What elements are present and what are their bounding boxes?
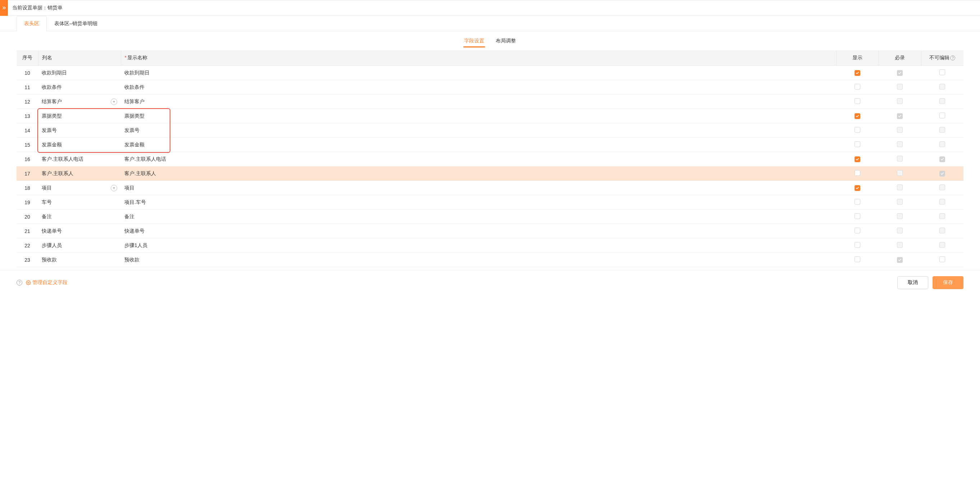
required-checkbox	[897, 242, 903, 248]
required-checkbox	[897, 127, 903, 133]
row-col-name: 结算客户+	[38, 95, 121, 109]
col-name-label: 车号	[42, 199, 52, 206]
sub-tab-0[interactable]: 字段设置	[463, 36, 485, 48]
header-readonly: 不可编辑?	[921, 50, 964, 66]
show-checkbox[interactable]	[854, 199, 860, 205]
show-checkbox[interactable]	[854, 170, 860, 176]
readonly-checkbox	[939, 156, 945, 162]
table-row: 16客户.主联系人电话客户.主联系人电话	[16, 152, 964, 167]
readonly-checkbox[interactable]	[939, 256, 945, 262]
col-name-label: 客户.主联系人	[42, 170, 73, 177]
row-col-name: 客户.主联系人	[38, 167, 121, 181]
add-subfield-button[interactable]: +	[111, 99, 117, 105]
row-col-name: 项目+	[38, 181, 121, 195]
row-display-name[interactable]: 发票号	[121, 123, 836, 138]
top-bar: 当前设置单据：销货单	[0, 0, 980, 16]
show-checkbox[interactable]	[854, 228, 860, 233]
row-display-name[interactable]: 票据类型	[121, 109, 836, 123]
save-button[interactable]: 保存	[932, 276, 964, 289]
row-index: 14	[16, 123, 38, 138]
readonly-checkbox	[939, 228, 945, 233]
readonly-checkbox[interactable]	[939, 113, 945, 118]
header-required: 必录	[879, 50, 921, 66]
show-checkbox[interactable]	[854, 213, 860, 219]
row-index: 16	[16, 152, 38, 167]
required-checkbox	[897, 257, 903, 263]
row-index: 19	[16, 195, 38, 210]
main-tabs: 表头区表体区–销货单明细	[0, 16, 980, 31]
required-checkbox	[897, 199, 903, 205]
help-icon[interactable]: ?	[16, 280, 22, 285]
row-display-name[interactable]: 收款条件	[121, 80, 836, 95]
row-display-name[interactable]: 快递单号	[121, 224, 836, 239]
row-col-name: 车号	[38, 195, 121, 210]
required-checkbox	[897, 185, 903, 190]
row-display-name[interactable]: 收款到期日	[121, 66, 836, 80]
required-checkbox	[897, 84, 903, 89]
row-col-name: 发票金额	[38, 138, 121, 152]
col-name-label: 票据类型	[42, 113, 62, 119]
row-index: 18	[16, 181, 38, 195]
table-row: 21快递单号快递单号	[16, 224, 964, 239]
row-index: 12	[16, 95, 38, 109]
help-icon[interactable]: ?	[950, 56, 955, 61]
sub-tabs: 字段设置布局调整	[0, 31, 980, 48]
table-row: 19车号项目.车号	[16, 195, 964, 210]
readonly-checkbox	[939, 98, 945, 104]
readonly-checkbox[interactable]	[939, 69, 945, 75]
row-display-name[interactable]: 预收款	[121, 253, 836, 267]
show-checkbox[interactable]	[854, 185, 860, 191]
col-name-label: 收款条件	[42, 84, 62, 91]
main-tab-0[interactable]: 表头区	[16, 16, 47, 31]
row-index: 20	[16, 210, 38, 224]
manage-custom-fields-link[interactable]: 管理自定义字段	[26, 279, 68, 286]
show-checkbox[interactable]	[854, 141, 860, 147]
required-checkbox	[897, 213, 903, 219]
row-col-name: 客户.主联系人电话	[38, 152, 121, 167]
required-checkbox	[897, 156, 903, 161]
table-row: 12结算客户+结算客户	[16, 95, 964, 109]
col-name-label: 发票金额	[42, 142, 62, 148]
sub-tab-1[interactable]: 布局调整	[495, 36, 517, 48]
show-checkbox[interactable]	[854, 127, 860, 133]
col-name-label: 发票号	[42, 127, 57, 134]
show-checkbox[interactable]	[854, 98, 860, 104]
readonly-checkbox	[939, 242, 945, 248]
table-row: 17客户.主联系人客户.主联系人	[16, 167, 964, 181]
row-display-name[interactable]: 项目	[121, 181, 836, 195]
row-index: 10	[16, 66, 38, 80]
col-name-label: 预收款	[42, 257, 57, 263]
row-display-name[interactable]: 客户.主联系人	[121, 167, 836, 181]
row-display-name[interactable]: 结算客户	[121, 95, 836, 109]
svg-point-0	[28, 282, 29, 283]
col-name-label: 收款到期日	[42, 70, 67, 76]
show-checkbox[interactable]	[854, 113, 860, 119]
row-index: 15	[16, 138, 38, 152]
required-checkbox	[897, 228, 903, 233]
show-checkbox[interactable]	[854, 242, 860, 248]
show-checkbox[interactable]	[854, 156, 860, 162]
row-display-name[interactable]: 发票金额	[121, 138, 836, 152]
readonly-checkbox	[939, 127, 945, 133]
show-checkbox[interactable]	[854, 84, 860, 89]
table-row: 14发票号发票号	[16, 123, 964, 138]
show-checkbox[interactable]	[854, 70, 860, 76]
add-subfield-button[interactable]: +	[111, 185, 117, 191]
footer: ? 管理自定义字段 取消 保存	[0, 270, 980, 295]
required-checkbox	[897, 170, 903, 176]
header-display-name: *显示名称	[121, 50, 836, 66]
row-col-name: 票据类型	[38, 109, 121, 123]
required-checkbox	[897, 70, 903, 76]
main-tab-1[interactable]: 表体区–销货单明细	[47, 16, 105, 31]
row-display-name[interactable]: 客户.主联系人电话	[121, 152, 836, 167]
row-display-name[interactable]: 步骤1人员	[121, 239, 836, 253]
row-display-name[interactable]: 项目.车号	[121, 195, 836, 210]
expand-panel-button[interactable]	[0, 0, 8, 16]
header-index: 序号	[16, 50, 38, 66]
show-checkbox[interactable]	[854, 256, 860, 262]
row-display-name[interactable]: 备注	[121, 210, 836, 224]
cancel-button[interactable]: 取消	[897, 276, 928, 289]
field-settings-table: 序号 列名 *显示名称 显示 必录 不可编辑? 10收款到期日收款到期日11收款…	[16, 50, 964, 267]
table-row: 10收款到期日收款到期日	[16, 66, 964, 80]
required-star-icon: *	[125, 55, 127, 61]
